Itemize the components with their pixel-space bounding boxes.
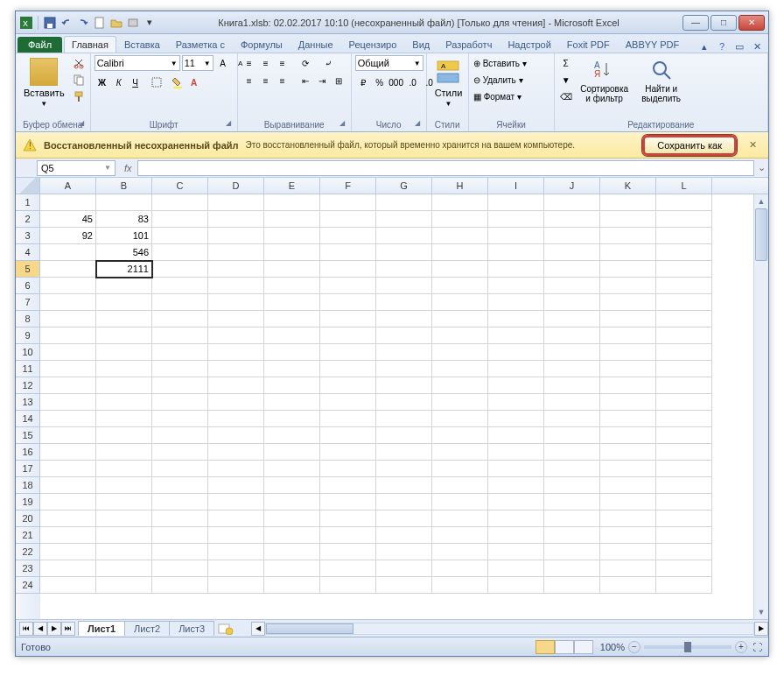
cell[interactable] [656, 244, 712, 261]
cell[interactable] [488, 361, 544, 377]
cell[interactable] [376, 294, 432, 311]
cell[interactable] [320, 361, 376, 377]
cell[interactable] [432, 544, 488, 560]
cell[interactable] [600, 427, 656, 444]
align-center-icon[interactable]: ≡ [258, 73, 274, 88]
cell[interactable] [432, 228, 488, 244]
undo-icon[interactable] [60, 16, 74, 30]
font-size-combo[interactable]: 11▼ [182, 55, 214, 71]
row-header[interactable]: 13 [16, 394, 40, 411]
font-name-combo[interactable]: Calibri▼ [94, 55, 180, 71]
cell[interactable] [96, 577, 152, 594]
cell[interactable] [432, 444, 488, 461]
cell[interactable] [40, 244, 96, 261]
tab-home[interactable]: Главная [64, 36, 116, 53]
cell[interactable] [320, 427, 376, 444]
cell[interactable] [544, 294, 600, 311]
cell[interactable] [320, 194, 376, 211]
tab-developer[interactable]: Разработч [438, 36, 500, 53]
cell[interactable] [488, 261, 544, 278]
cell[interactable] [96, 278, 152, 294]
cell[interactable] [488, 278, 544, 294]
sheet-tab[interactable]: Лист3 [169, 621, 214, 636]
cell[interactable] [488, 377, 544, 394]
cell[interactable] [40, 327, 96, 344]
cell[interactable] [488, 577, 544, 594]
cell[interactable] [600, 361, 656, 377]
open-icon[interactable] [109, 16, 123, 30]
cell[interactable]: 45 [40, 211, 96, 228]
cell[interactable] [40, 544, 96, 560]
row-header[interactable]: 2 [16, 211, 40, 228]
cell[interactable] [376, 427, 432, 444]
sheet-nav-last-icon[interactable]: ⏭ [61, 622, 75, 636]
cell[interactable] [544, 344, 600, 361]
cell[interactable] [96, 461, 152, 477]
expand-formula-bar-icon[interactable]: ⌄ [754, 162, 768, 173]
cell[interactable] [544, 327, 600, 344]
cell[interactable] [376, 511, 432, 527]
cell[interactable] [264, 427, 320, 444]
cell[interactable] [264, 477, 320, 494]
cell[interactable] [544, 527, 600, 544]
cell[interactable] [656, 211, 712, 228]
cell[interactable] [208, 261, 264, 278]
cell[interactable] [320, 511, 376, 527]
cell[interactable] [264, 394, 320, 411]
cell[interactable] [152, 577, 208, 594]
cell[interactable] [376, 311, 432, 327]
cell[interactable] [152, 261, 208, 278]
number-format-combo[interactable]: Общий▼ [355, 55, 424, 71]
row-header[interactable]: 16 [16, 444, 40, 461]
cell[interactable] [488, 327, 544, 344]
cell[interactable] [600, 494, 656, 511]
select-all-corner[interactable] [16, 178, 40, 194]
tab-page-layout[interactable]: Разметка с [168, 36, 233, 53]
cell[interactable] [488, 294, 544, 311]
row-header[interactable]: 10 [16, 344, 40, 361]
cell[interactable] [432, 511, 488, 527]
cell[interactable] [40, 577, 96, 594]
cell[interactable] [208, 511, 264, 527]
new-sheet-icon[interactable] [218, 623, 234, 635]
cell[interactable] [656, 411, 712, 427]
underline-button[interactable]: Ч [128, 74, 144, 90]
cell[interactable] [600, 228, 656, 244]
vertical-scrollbar[interactable]: ▲ ▼ [753, 194, 768, 619]
autosum-icon[interactable]: Σ [558, 55, 574, 71]
horizontal-scrollbar[interactable]: ◀ ▶ [251, 622, 768, 636]
cell[interactable] [488, 560, 544, 577]
excel-icon[interactable]: X [19, 16, 33, 30]
cell[interactable] [320, 311, 376, 327]
cell[interactable] [320, 394, 376, 411]
increase-decimal-icon[interactable]: .0 [405, 74, 421, 90]
number-launcher-icon[interactable]: ◢ [412, 119, 423, 130]
hscroll-thumb[interactable] [266, 623, 354, 634]
cell[interactable] [152, 327, 208, 344]
cell[interactable] [264, 544, 320, 560]
name-box[interactable]: Q5▼ [37, 160, 116, 176]
cut-button[interactable] [71, 55, 87, 71]
tab-view[interactable]: Вид [404, 36, 438, 53]
cell[interactable]: 101 [96, 228, 152, 244]
cell[interactable]: 546 [96, 244, 152, 261]
cell[interactable] [96, 427, 152, 444]
cell[interactable] [40, 394, 96, 411]
cell[interactable] [544, 211, 600, 228]
cell[interactable] [544, 461, 600, 477]
cell[interactable] [600, 344, 656, 361]
row-header[interactable]: 5 [16, 261, 40, 278]
cell[interactable] [432, 494, 488, 511]
cell[interactable] [264, 327, 320, 344]
row-header[interactable]: 1 [16, 194, 40, 211]
cell[interactable] [488, 228, 544, 244]
print-preview-icon[interactable] [126, 16, 140, 30]
cell[interactable] [208, 527, 264, 544]
cell[interactable] [96, 327, 152, 344]
cell[interactable] [264, 311, 320, 327]
row-header[interactable]: 15 [16, 427, 40, 444]
cell[interactable] [656, 394, 712, 411]
cell[interactable] [208, 211, 264, 228]
cell[interactable] [544, 444, 600, 461]
cell[interactable] [208, 577, 264, 594]
